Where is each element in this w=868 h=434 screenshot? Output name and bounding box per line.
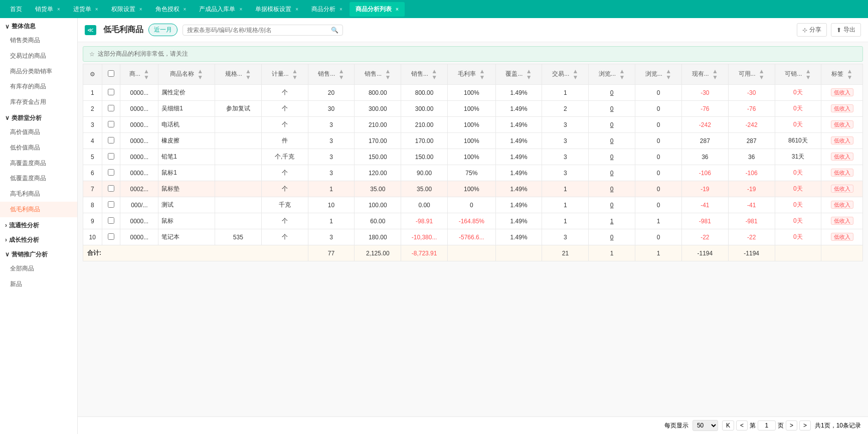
col-view2[interactable]: 浏览... ▲▼: [635, 64, 682, 85]
row-spec: 535: [215, 229, 261, 245]
nav-product-analysis[interactable]: 商品分析×: [305, 2, 349, 17]
sidebar-item-high-margin[interactable]: 高毛利商品: [0, 186, 77, 202]
row-checkbox[interactable]: [102, 133, 120, 149]
close-icon[interactable]: ×: [139, 7, 142, 12]
col-current[interactable]: 现有... ▲▼: [681, 64, 728, 85]
row-view1[interactable]: 0: [589, 133, 635, 149]
col-sales-profit[interactable]: 销售... ▲▼: [401, 64, 448, 85]
row-checkbox[interactable]: [102, 181, 120, 197]
col-settings[interactable]: ⚙: [83, 64, 102, 85]
total-trade: 21: [542, 245, 589, 261]
row-view1[interactable]: 0: [589, 85, 635, 101]
col-trade[interactable]: 交易... ▲▼: [542, 64, 589, 85]
row-tag: 低收入: [821, 149, 863, 165]
row-checkbox[interactable]: [102, 229, 120, 245]
close-icon[interactable]: ×: [295, 7, 298, 12]
sidebar-item-low-coverage[interactable]: 低覆盖度商品: [0, 171, 77, 186]
nav-sales[interactable]: 销货单×: [29, 2, 66, 17]
close-icon[interactable]: ×: [396, 7, 399, 12]
row-unit: 个: [261, 117, 308, 133]
first-page-button[interactable]: K: [722, 420, 734, 430]
nav-permission[interactable]: 权限设置×: [105, 2, 148, 17]
sidebar-group-cluster[interactable]: ∨ 类群堂分析: [0, 110, 77, 124]
sidebar-item-low-margin[interactable]: 低毛利商品: [0, 202, 77, 217]
search-icon[interactable]: 🔍: [331, 27, 338, 34]
row-view1[interactable]: 0: [589, 101, 635, 117]
share-button[interactable]: ⊹ 分享: [797, 23, 827, 37]
row-view1[interactable]: 0: [589, 229, 635, 245]
sidebar-collapse-button[interactable]: ≪: [85, 25, 96, 35]
sidebar-item-high-coverage[interactable]: 高覆盖度商品: [0, 156, 77, 171]
nav-purchase[interactable]: 进货单×: [67, 2, 104, 17]
row-view2: 0: [635, 117, 682, 133]
col-checkbox[interactable]: [102, 64, 120, 85]
row-checkbox[interactable]: [102, 85, 120, 101]
row-view1[interactable]: 0: [589, 181, 635, 197]
col-code[interactable]: 商... ▲▼: [120, 64, 158, 85]
sidebar-group-marketing[interactable]: ∨ 营销推广分析: [0, 246, 77, 261]
row-sales-profit: -98.91: [401, 213, 448, 229]
row-available: -981: [728, 213, 775, 229]
row-current: -22: [681, 229, 728, 245]
search-input[interactable]: [187, 27, 331, 34]
sidebar-item-sales-products[interactable]: 销售类商品: [0, 33, 77, 48]
row-checkbox[interactable]: [102, 213, 120, 229]
row-view1[interactable]: 0: [589, 165, 635, 181]
sidebar-group-growth[interactable]: › 成长性分析: [0, 232, 77, 246]
page-size-select[interactable]: 50 20 100: [692, 420, 718, 431]
sidebar-item-traded[interactable]: 交易过的商品: [0, 48, 77, 64]
sidebar-item-high-value[interactable]: 高价值商品: [0, 124, 77, 140]
col-name[interactable]: 商品名称 ▲▼: [158, 64, 215, 85]
col-view1[interactable]: 浏览... ▲▼: [589, 64, 635, 85]
close-icon[interactable]: ×: [184, 7, 187, 12]
row-checkbox[interactable]: [102, 117, 120, 133]
col-sellable[interactable]: 可销... ▲▼: [775, 64, 821, 85]
row-trade: 3: [542, 149, 589, 165]
page-input[interactable]: [758, 420, 776, 430]
sidebar-item-new-products[interactable]: 新品: [0, 276, 77, 292]
sidebar-group-overall[interactable]: ∨ 整体信息: [0, 18, 77, 33]
col-sales-qty[interactable]: 销售... ▲▼: [308, 64, 355, 85]
export-button[interactable]: ⬆ 导出: [831, 23, 861, 37]
row-code: 0000...: [120, 85, 158, 101]
row-sales-qty: 3: [308, 165, 355, 181]
row-sales-qty: 20: [308, 85, 355, 101]
row-view1[interactable]: 0: [589, 149, 635, 165]
col-tag[interactable]: 标签 ▲▼: [821, 64, 863, 85]
nav-role[interactable]: 角色授权×: [149, 2, 193, 17]
row-view1[interactable]: 1: [589, 213, 635, 229]
row-checkbox[interactable]: [102, 165, 120, 181]
col-unit[interactable]: 计量... ▲▼: [261, 64, 308, 85]
col-available[interactable]: 可用... ▲▼: [728, 64, 775, 85]
nav-template[interactable]: 单据模板设置×: [249, 2, 304, 17]
close-icon[interactable]: ×: [57, 7, 60, 12]
sidebar-item-category-rate[interactable]: 商品分类助销率: [0, 64, 77, 79]
row-checkbox[interactable]: [102, 101, 120, 117]
prev-page-button[interactable]: <: [736, 420, 748, 430]
sidebar-item-all-products[interactable]: 全部商品: [0, 261, 77, 276]
last-page-button[interactable]: >: [799, 420, 811, 430]
col-sales-price[interactable]: 销售... ▲▼: [355, 64, 401, 85]
row-view1[interactable]: 0: [589, 117, 635, 133]
col-coverage[interactable]: 覆盖... ▲▼: [495, 64, 542, 85]
row-view1[interactable]: 0: [589, 197, 635, 213]
sidebar-item-capital[interactable]: 库存资金占用: [0, 94, 77, 110]
close-icon[interactable]: ×: [339, 7, 342, 12]
col-gross-margin[interactable]: 毛利率 ▲▼: [448, 64, 496, 85]
nav-home[interactable]: 首页: [4, 2, 28, 17]
sidebar-item-low-value[interactable]: 低价值商品: [0, 140, 77, 156]
col-spec[interactable]: 规格... ▲▼: [215, 64, 261, 85]
close-icon[interactable]: ×: [239, 7, 242, 12]
nav-product-entry[interactable]: 产成品入库单×: [193, 2, 248, 17]
next-page-button[interactable]: >: [786, 420, 797, 430]
close-icon[interactable]: ×: [95, 7, 98, 12]
nav-analysis-list[interactable]: 商品分析列表×: [350, 2, 405, 17]
row-checkbox[interactable]: [102, 149, 120, 165]
row-no: 8: [83, 197, 102, 213]
select-all-checkbox[interactable]: [108, 70, 114, 77]
row-checkbox[interactable]: [102, 197, 120, 213]
sidebar-item-in-stock[interactable]: 有库存的商品: [0, 79, 77, 94]
time-filter-button[interactable]: 近一月: [148, 24, 178, 36]
sidebar-group-circulation[interactable]: › 流通性分析: [0, 217, 77, 232]
row-coverage: 1.49%: [495, 181, 542, 197]
